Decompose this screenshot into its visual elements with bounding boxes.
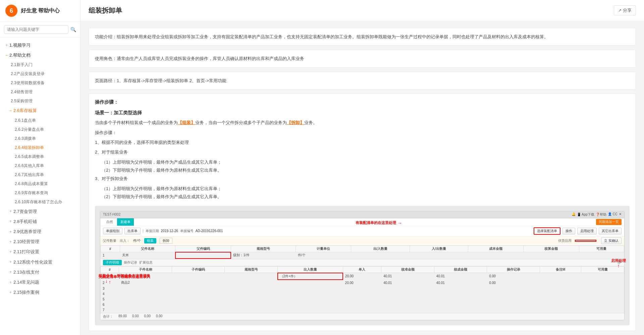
sim-tab-child-detail[interactable]: 子件明细 [103, 260, 122, 265]
sidebar-item-2-12[interactable]: + 2.12系统个性化设置 [0, 257, 80, 267]
sim-tab-assemble[interactable]: 组装 [144, 238, 156, 243]
sim-tab-op-record[interactable]: 操作记录 [124, 260, 137, 265]
sim-titlebar: TEST-H002 🔔 📱 App下载 ❓帮助 👤 CC ✕ [100, 211, 624, 218]
step3-sub1: （1）上部明细为父件明细，最终作为原材料生成其它出库单； [95, 185, 630, 193]
nav-tree: + 1.视频学习 − 2.帮助文档 2.1新手入门 2.2产品安装及登录 2.3… [0, 38, 80, 335]
step2: 2、对于组装业务 [95, 148, 630, 156]
logo-icon: 6 [5, 5, 17, 17]
table-row: 5 [101, 297, 624, 302]
sim-toolbar: 单据组别 出库单 | 单据日期 2019-12-26 单据编号 AD-20191… [100, 226, 624, 236]
footer-val-3: 0.00 [144, 314, 151, 319]
user-icon: 👤 CC [608, 212, 618, 217]
main-content: 组装拆卸单 ↗ 分享 功能介绍：组装拆卸单用来处理企业组装或拆卸等加工业务，支持… [80, 0, 644, 335]
steps-intro-label: 操作步骤： [95, 129, 630, 136]
screenshot-inner: TEST-H002 🔔 📱 App下载 ❓帮助 👤 CC ✕ 自然 [95, 206, 629, 325]
prefix-icon: + [9, 280, 12, 285]
sidebar-item-2-7[interactable]: + 2.7资金管理 [0, 207, 80, 217]
sidebar-item-2-13[interactable]: + 2.13在线支付 [0, 267, 80, 277]
sim-order-val: AD-20191226-001 [196, 229, 223, 233]
scene1-title: 场景一：加工类型选择 [95, 110, 630, 116]
footer-val-1: 89.00 [118, 314, 127, 319]
prefix-icon: + [9, 239, 12, 245]
table-row: 3 [101, 286, 624, 291]
sim-tab-bar: 自然 新建单 同期添加一页 [100, 218, 624, 226]
sim-btn-chukudan[interactable]: 出库单 [124, 228, 141, 234]
app-icon: 📱 App下载 [577, 212, 594, 217]
sim-btn-enable[interactable]: 启用处理 [577, 228, 597, 234]
sidebar-item-2-6-4[interactable]: 2.6.4组装拆卸单 [0, 143, 80, 152]
help-icon: ❓帮助 [596, 212, 606, 217]
sidebar-item-2-6-7[interactable]: 2.6.7其他出库单 [0, 170, 80, 179]
sim-btn-other-out[interactable]: 其它出库单 [599, 228, 622, 234]
sidebar-item-2-2[interactable]: 2.2产品安装及登录 [0, 69, 80, 78]
sim-footer: 合计： 89.00 0.00 0.00 0.00 [100, 313, 624, 320]
step2-sub2: （2）下部明细为子件明细，最终作为原材料生成其它出库单。 [95, 166, 630, 175]
sim-btn-danjuzu[interactable]: 单据组别 [103, 228, 122, 234]
prefix-icon: + [9, 269, 12, 275]
sidebar-item-2-6-9[interactable]: 2.6.9库存账本查询 [0, 188, 80, 198]
prefix-icon: + [9, 259, 12, 265]
sidebar-item-2-9[interactable]: + 2.9优惠券管理 [0, 227, 80, 237]
sidebar: 6 好生意 帮助中心 🔍 + 1.视频学习 − 2.帮助文档 2.1新手入门 2… [0, 0, 80, 335]
sim-supplier-input[interactable] [575, 240, 596, 242]
sim-title-icons: 🔔 📱 App下载 ❓帮助 👤 CC ✕ [572, 212, 622, 217]
sidebar-item-2-6-3[interactable]: 2.6.3调拨单 [0, 134, 80, 143]
sim-tab-disassemble[interactable]: 拆卸 [160, 238, 172, 244]
sim-tab-ext-info[interactable]: 扩展信息 [139, 260, 153, 265]
table-row: 7 [101, 308, 624, 313]
share-button[interactable]: ↗ 分享 [614, 5, 636, 15]
scene1-desc: 当由多个子件材料组装成一个成品的业务为【组装】业务，当由一个父件拆分成多个子产品… [95, 119, 630, 126]
search-bar: 🔍 [0, 22, 80, 38]
footer-val-2: 0.00 [132, 314, 139, 319]
sidebar-item-2-5[interactable]: 2.5采购管理 [0, 97, 80, 106]
sim-btn-op[interactable]: 操作 [562, 228, 575, 234]
sidebar-item-2-6-1[interactable]: 2.6.1盘点单 [0, 116, 80, 125]
footer-val-4: 0.00 [156, 314, 162, 319]
sim-btn-confirm[interactable]: 立 实确认 [601, 237, 622, 244]
sidebar-item-2-6-6[interactable]: 2.6.6其他入库单 [0, 161, 80, 170]
table-row: 1 关米 级别：1/件 件/个 [101, 252, 624, 259]
prefix-icon: − [5, 53, 8, 58]
sidebar-item-2-3[interactable]: 2.3使用前数据准备 [0, 78, 80, 88]
parent-code-cell [175, 252, 231, 259]
sidebar-item-2-4[interactable]: 2.4销售管理 [0, 88, 80, 97]
logo-text: 好生意 帮助中心 [21, 7, 60, 14]
sidebar-item-2-8[interactable]: + 2.8手机旺铺 [0, 217, 80, 227]
sidebar-item-2-11[interactable]: + 2.11打印设置 [0, 247, 80, 257]
sidebar-item-2-6-8[interactable]: 2.6.8商品成本重算 [0, 179, 80, 188]
sidebar-item-2-15[interactable]: + 2.15操作案例 [0, 287, 80, 297]
sidebar-item-2-14[interactable]: + 2.14常见问题 [0, 277, 80, 287]
page-title: 组装拆卸单 [89, 6, 122, 15]
sidebar-item-1[interactable]: + 1.视频学习 [0, 40, 80, 50]
path-block: 页面路径：1、库存核算->库存管理->组装拆卸单 2、首页->常用功能 [89, 72, 636, 90]
sim-tab-home[interactable]: 自然 [103, 218, 116, 226]
footer-total-label: 合计： [103, 314, 113, 319]
sim-add-page-btn[interactable]: 同期添加一页 [596, 219, 622, 225]
sim-lower-table-container: # 子件名称 子件编码 规格型号 出入数量 单入 核准金额 核成金额 操作记录 [100, 266, 624, 313]
search-input[interactable] [4, 25, 68, 34]
sidebar-item-2-10[interactable]: + 2.10经营管理 [0, 237, 80, 247]
prefix-icon: + [9, 229, 12, 235]
sidebar-item-2-6-5[interactable]: 2.6.5成本调整单 [0, 152, 80, 161]
sim-tab-new[interactable]: 新建单 [117, 218, 134, 226]
step3: 3、对于拆卸业务 [95, 175, 630, 182]
prefix-icon: + [9, 290, 12, 295]
sim-title: TEST-H002 [103, 213, 120, 216]
sidebar-item-2-6[interactable]: − 2.6库存核算 [0, 106, 80, 116]
share-icon: ↗ [618, 8, 622, 13]
close-icon[interactable]: ✕ [619, 212, 622, 217]
step3-sub2: （2）下部明细为子件明细，最终作为产成品生成其它入库单。 [95, 193, 630, 201]
sim-date-val: 2019-12-26 [161, 229, 178, 233]
content-area: 功能介绍：组装拆卸单用来处理企业组装或拆卸等加工业务，支持有固定装配清单的产品加… [80, 21, 644, 335]
sim-btn-select-bom[interactable]: 选择装配清单 [534, 227, 560, 235]
table-row: 2 商品2 20.00 40.01 40.01 0.00 [101, 280, 624, 286]
sidebar-item-2-6-10[interactable]: 2.6.10库存账本错了怎么办 [0, 198, 80, 207]
table-row: 1 商品1 （2件+件） 20.00 40.01 40.01 0.00 [101, 273, 624, 280]
sidebar-item-2[interactable]: − 2.帮助文档 [0, 50, 80, 60]
search-icon[interactable]: 🔍 [70, 27, 76, 32]
sidebar-item-2-6-2[interactable]: 2.6.2分量盘点单 [0, 125, 80, 134]
sim-section-tabs: 子件明细 操作记录 扩展信息 🔗 [100, 259, 624, 266]
sim-upper-table-container: # 父件名称 父件编码 规格型号 计量单位 出/入数量 入/出数量 成本金额 核 [100, 245, 624, 259]
prefix-icon: + [9, 219, 12, 224]
sidebar-item-2-1[interactable]: 2.1新手入门 [0, 60, 80, 69]
